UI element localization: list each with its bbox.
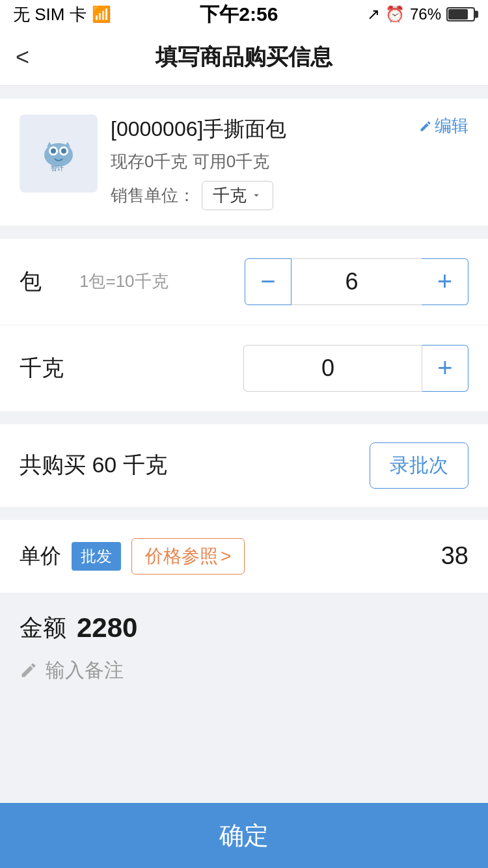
bag-label: 包 bbox=[20, 267, 72, 297]
svg-point-4 bbox=[61, 148, 66, 154]
product-info: [0000006]手撕面包 编辑 现存0千克 可用0千克 销售单位： 千克 bbox=[111, 115, 468, 210]
nav-bar: < 填写商品购买信息 bbox=[0, 29, 488, 86]
remark-row[interactable]: 输入备注 bbox=[20, 657, 468, 684]
edit-icon bbox=[419, 120, 432, 133]
battery-percent: 76% bbox=[410, 5, 441, 23]
bag-row: 包 1包=10千克 − + bbox=[0, 239, 488, 325]
status-time: 下午2:56 bbox=[200, 1, 278, 28]
back-button[interactable]: < bbox=[16, 44, 29, 71]
product-stock: 现存0千克 可用0千克 bbox=[111, 150, 468, 173]
price-section: 单价 批发 价格参照 > 38 bbox=[0, 520, 488, 593]
bag-hint: 1包=10千克 bbox=[79, 270, 245, 293]
status-bar: 无 SIM 卡 📶 下午2:56 ↗ ⏰ 76% bbox=[0, 0, 488, 29]
price-reference-button[interactable]: 价格参照 > bbox=[131, 538, 245, 575]
bag-plus-button[interactable]: + bbox=[422, 258, 468, 305]
edit-link[interactable]: 编辑 bbox=[419, 115, 468, 137]
battery-icon bbox=[446, 7, 475, 21]
kg-quantity-control: + bbox=[243, 345, 468, 392]
amount-row: 金额 2280 bbox=[20, 612, 468, 644]
location-icon: ↗ bbox=[367, 5, 380, 23]
status-left: 无 SIM 卡 📶 bbox=[13, 3, 111, 26]
wifi-icon: 📶 bbox=[92, 5, 111, 23]
unit-select[interactable]: 千克 bbox=[202, 181, 273, 210]
price-label: 单价 bbox=[20, 542, 61, 571]
price-value: 38 bbox=[441, 542, 468, 570]
total-label: 共购买 60 千克 bbox=[20, 450, 167, 480]
svg-point-3 bbox=[51, 148, 56, 154]
batch-button[interactable]: 录批次 bbox=[370, 442, 468, 489]
svg-text:智计: 智计 bbox=[51, 165, 64, 172]
amount-section: 金额 2280 输入备注 bbox=[0, 593, 488, 697]
product-unit-row: 销售单位： 千克 bbox=[111, 181, 468, 210]
pencil-icon bbox=[20, 661, 38, 679]
bag-quantity-input[interactable] bbox=[291, 258, 422, 305]
kg-row: 千克 + bbox=[0, 325, 488, 411]
chevron-down-icon bbox=[251, 189, 262, 201]
confirm-button[interactable]: 确定 bbox=[0, 803, 488, 868]
status-right: ↗ ⏰ 76% bbox=[367, 5, 475, 23]
remark-placeholder: 输入备注 bbox=[46, 657, 124, 684]
carrier-text: 无 SIM 卡 bbox=[13, 3, 87, 26]
product-logo-icon: 智计 bbox=[38, 133, 79, 174]
kg-quantity-input[interactable] bbox=[243, 345, 422, 392]
bag-quantity-control: − + bbox=[245, 258, 468, 305]
product-section: 智计 [0000006]手撕面包 编辑 现存0千克 可用0千克 销售单位： 千克 bbox=[0, 99, 488, 226]
kg-plus-button[interactable]: + bbox=[422, 345, 468, 392]
product-thumbnail: 智计 bbox=[20, 115, 98, 193]
kg-label: 千克 bbox=[20, 353, 72, 383]
price-type-badge: 批发 bbox=[72, 542, 121, 571]
amount-value: 2280 bbox=[77, 612, 137, 644]
product-name: [0000006]手撕面包 bbox=[111, 115, 286, 144]
page-title: 填写商品购买信息 bbox=[156, 42, 332, 72]
product-header: [0000006]手撕面包 编辑 bbox=[111, 115, 468, 144]
unit-label: 销售单位： bbox=[111, 184, 195, 207]
alarm-icon: ⏰ bbox=[385, 5, 405, 23]
bag-minus-button[interactable]: − bbox=[245, 258, 291, 305]
svg-point-0 bbox=[44, 143, 73, 167]
quantity-section: 包 1包=10千克 − + 千克 + bbox=[0, 239, 488, 411]
total-row: 共购买 60 千克 录批次 bbox=[0, 424, 488, 507]
amount-label: 金额 bbox=[20, 612, 66, 644]
